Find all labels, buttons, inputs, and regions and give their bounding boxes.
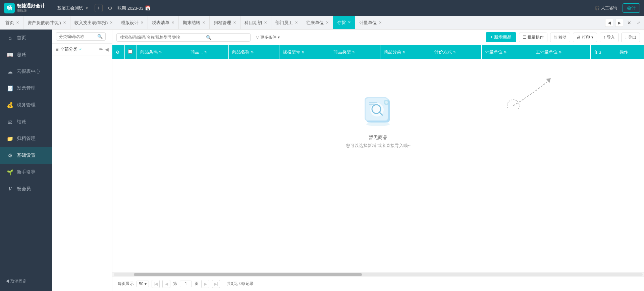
tab-next-button[interactable]: ▶ (615, 19, 623, 27)
check-icon: ✓ (79, 47, 82, 52)
tab-assets[interactable]: 资产负债表(中期) ✕ (23, 16, 70, 30)
th-category[interactable]: 商品分类 ⇅ (380, 45, 431, 59)
tab-close-icon[interactable]: ✕ (233, 20, 236, 25)
cancel-fixed-button[interactable]: ◀ 取消固定 (0, 276, 52, 287)
th-settings[interactable]: ⚙ (112, 45, 124, 59)
tab-close-icon[interactable]: ✕ (141, 20, 144, 25)
scrollbar-track[interactable] (114, 273, 643, 276)
settings-icon-button[interactable]: ⚙ (106, 4, 114, 12)
batch-icon: ☰ (523, 35, 526, 40)
page-size-select[interactable]: 50 ▾ (137, 281, 149, 287)
tab-close-icon[interactable]: ✕ (16, 20, 19, 25)
last-page-button[interactable]: ▶| (212, 280, 220, 288)
th-col3[interactable]: ⇅ 3 (590, 45, 616, 59)
import-button[interactable]: ↑ 导入 (600, 33, 619, 42)
tab-close-icon[interactable]: ✕ (202, 20, 205, 25)
sidebar-item-invoice[interactable]: 🧾 发票管理 (0, 80, 52, 97)
prev-page-button[interactable]: ◀ (162, 280, 170, 288)
tab-close-icon[interactable]: ✕ (110, 20, 113, 25)
sidebar-label-tax: 税务管理 (17, 102, 36, 108)
sidebar-item-report[interactable]: ☁ 云报表中心 (0, 63, 52, 80)
tab-close-icon[interactable]: ✕ (379, 20, 382, 25)
tab-close-icon[interactable]: ✕ (63, 20, 66, 25)
move-button[interactable]: ⇅ 移动 (550, 33, 570, 42)
category-header: ⊞ 全部分类 ✓ ✏ ◀ (52, 44, 112, 55)
archive-icon: 📁 (7, 136, 13, 142)
page-number-input[interactable] (180, 281, 192, 287)
tab-subject[interactable]: 科目期初 ✕ (240, 16, 271, 30)
th-unit[interactable]: 计量单位 ⇅ (481, 45, 532, 59)
tab-taxlist[interactable]: 税表清单 ✕ (148, 16, 179, 30)
app-name: 畅捷通好会计 (17, 3, 45, 9)
tab-archive[interactable]: 归档管理 ✕ (210, 16, 240, 30)
empty-title: 暂无商品 (369, 135, 387, 141)
sort-icon: ⇅ (302, 50, 304, 54)
tab-close-icon[interactable]: ✕ (348, 20, 351, 25)
tab-close-icon[interactable]: ✕ (326, 20, 329, 25)
sidebar-item-settle[interactable]: ⚖ 结账 (0, 113, 52, 130)
category-search-input[interactable] (59, 34, 96, 39)
th-main-unit[interactable]: 主计量单位 ⇅ (532, 45, 590, 59)
tab-contacts[interactable]: 往来单位 ✕ (302, 16, 333, 30)
split-panel: 🔍 ⊞ 全部分类 ✓ ✏ ◀ (52, 30, 644, 291)
tab-income[interactable]: 收入支出表(年报) ✕ (70, 16, 117, 30)
cloud-icon: ☁ (7, 68, 13, 75)
kuaiji-button[interactable]: 会计 (623, 3, 640, 13)
tab-expand-button[interactable]: ⤢ (635, 19, 643, 27)
tab-period-close[interactable]: 期末结转 ✕ (179, 16, 210, 30)
dashed-arrow-illustration (503, 76, 564, 109)
category-title: 全部分类 (60, 46, 77, 52)
th-spec[interactable]: 规格型号 ⇅ (279, 45, 330, 59)
scrollbar-thumb[interactable] (134, 273, 362, 276)
tab-close-icon[interactable]: ✕ (295, 20, 298, 25)
tab-close-icon[interactable]: ✕ (264, 20, 267, 25)
print-button[interactable]: 🖨 打印 ▾ (573, 33, 597, 42)
home-icon: ⌂ (7, 35, 13, 41)
th-type[interactable]: 商品类型 ⇅ (330, 45, 380, 59)
first-page-button[interactable]: |◀ (152, 280, 160, 288)
main-layout: ⌂ 首页 📖 总账 ☁ 云报表中心 🧾 发票管理 💰 税务管理 ⚖ 结账 📁 归… (0, 30, 644, 291)
add-tab-button[interactable]: + (95, 4, 103, 12)
th-barcode[interactable]: 商品条码 ⇅ (137, 45, 187, 59)
filter-button[interactable]: ▽ 更多条件 ▾ (253, 33, 282, 42)
collapse-panel-button[interactable]: ◀ (105, 47, 109, 52)
th-name[interactable]: 商品名称 ⇅ (229, 45, 279, 59)
batch-button[interactable]: ☰ 批量操作 (519, 33, 547, 42)
tab-unit[interactable]: 计量单位 ✕ (355, 16, 386, 30)
tab-close-icon[interactable]: ✕ (171, 20, 174, 25)
add-product-button[interactable]: + 新增商品 (486, 32, 516, 42)
tab-prev-button[interactable]: ◀ (605, 19, 613, 27)
products-table: ⚙ 商品条码 ⇅ (112, 45, 644, 176)
main-search-input[interactable] (120, 35, 204, 40)
service-button[interactable]: 🎧 人工咨询 (592, 4, 620, 12)
th-checkbox[interactable] (124, 45, 137, 59)
tab-template[interactable]: 模版设计 ✕ (117, 16, 148, 30)
edit-category-button[interactable]: ✏ (99, 47, 103, 52)
sidebar-item-archive[interactable]: 📁 归档管理 (0, 130, 52, 147)
category-search-wrap[interactable]: 🔍 (56, 32, 106, 41)
calendar-icon[interactable]: 📅 (145, 5, 151, 11)
company-selector[interactable]: 基层工会测试 ▼ (54, 4, 91, 12)
tab-close-all-button[interactable]: ✕ (625, 19, 633, 27)
sidebar-item-guide[interactable]: 🌱 新手引导 (0, 164, 52, 181)
th-type-label: 商品类型 (333, 49, 351, 55)
tab-dept[interactable]: 部门员工 ✕ (271, 16, 302, 30)
top-header: 畅 畅捷通好会计 旗舰版 基层工会测试 ▼ + ⚙ 账期 2023-03 📅 🎧… (0, 0, 644, 16)
empty-state: 暂无商品 您可以选择新增,或者直接导入哦~ (112, 59, 644, 176)
tab-inventory[interactable]: 存货 ✕ (333, 16, 355, 30)
sidebar-item-vip[interactable]: V 畅会员 (0, 181, 52, 197)
th-code[interactable]: 商品... ⇅ (187, 45, 229, 59)
select-all-checkbox[interactable] (128, 49, 132, 54)
book-icon: 📖 (7, 52, 13, 58)
main-search-wrap[interactable]: 🔍 (116, 33, 251, 42)
sidebar-item-ledger[interactable]: 📖 总账 (0, 46, 52, 63)
horizontal-scrollbar[interactable] (112, 272, 644, 276)
sidebar-item-tax[interactable]: 💰 税务管理 (0, 97, 52, 113)
sidebar-item-basic[interactable]: ⚙ 基础设置 (0, 147, 52, 164)
next-page-button[interactable]: ▶ (201, 280, 209, 288)
sidebar-item-home[interactable]: ⌂ 首页 (0, 30, 52, 46)
tab-home[interactable]: 首页 ✕ (1, 16, 23, 30)
th-price-method[interactable]: 计价方式 ⇅ (431, 45, 482, 59)
export-button[interactable]: ↓ 导出 (621, 33, 640, 42)
svg-point-0 (507, 100, 519, 109)
